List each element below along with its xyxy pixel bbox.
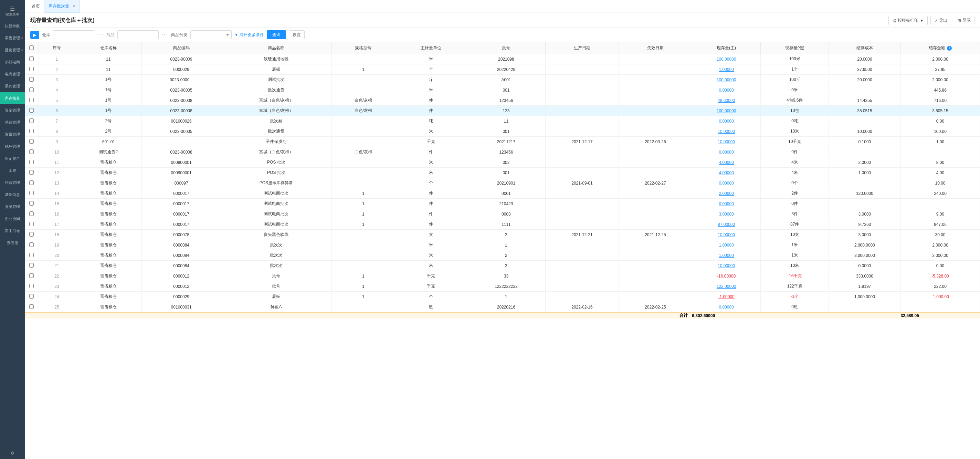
table-row[interactable]: 4 1号 0023-00005 批次通货 米 001 0.00000 0米 44… <box>25 85 980 96</box>
row-checkbox[interactable] <box>25 126 38 137</box>
expand-condition-button[interactable]: ▼ 展开更多条件 <box>234 32 264 38</box>
row-checkbox[interactable] <box>25 157 38 168</box>
table-row[interactable]: 6 1号 0023-00008 富城（白色/灰棉） 白色/灰棉 件 123 10… <box>25 106 980 116</box>
sidebar-item-cloud[interactable]: 云应用 <box>0 237 25 249</box>
row-checkbox[interactable] <box>25 271 38 281</box>
row-checkbox[interactable] <box>25 168 38 178</box>
row-qty-main[interactable]: 0.00000 <box>692 302 761 312</box>
table-row[interactable]: 19 晋省粮仓 0000084 批次次 米 1 1.00000 1米 2,000… <box>25 240 980 250</box>
table-row[interactable]: 23 晋省粮仓 0000012 批号 1 千克 1222222222 122.0… <box>25 281 980 292</box>
filter-toggle-button[interactable]: ▶ <box>30 31 39 39</box>
row-checkbox[interactable] <box>25 106 38 116</box>
row-checkbox[interactable] <box>25 96 38 106</box>
tab-close-button[interactable]: ✕ <box>72 4 75 8</box>
row-qty-main[interactable]: -16.00000 <box>692 271 761 281</box>
display-button[interactable]: ⊞ 显示 <box>954 16 975 25</box>
sidebar-item-wholesale[interactable]: 批发管理 ▼ <box>0 44 25 56</box>
sidebar-item-guide[interactable]: 新手引导 <box>0 225 25 237</box>
row-qty-main[interactable]: 10.00000 <box>692 126 761 137</box>
row-checkbox[interactable] <box>25 54 38 64</box>
sidebar-item-retail[interactable]: 零售管理 ▼ <box>0 32 25 44</box>
table-row[interactable]: 5 1号 0023-00008 富城（白色/灰棉） 白色/灰棉 件 123456… <box>25 96 980 106</box>
row-qty-main[interactable]: 100.00000 <box>692 75 761 85</box>
row-qty-main[interactable]: 0.00000 <box>692 178 761 188</box>
sidebar-item-purchase[interactable]: 采购管理 <box>0 80 25 92</box>
table-row[interactable]: 13 晋省粮仓 000097 POS显示库存异常 个 20210901 2021… <box>25 178 980 188</box>
row-checkbox[interactable] <box>25 188 38 199</box>
print-button[interactable]: 🖨 按模板打印 ▼ <box>888 16 928 25</box>
sidebar-item-inventory[interactable]: 库存核算 <box>0 92 25 104</box>
row-checkbox[interactable] <box>25 240 38 250</box>
row-checkbox[interactable] <box>25 302 38 312</box>
table-row[interactable]: 25 晋省粮仓 001000031 鲜鱼A 瓶 20220216 2022-02… <box>25 302 980 312</box>
sidebar-item-basic[interactable]: 基础信息 <box>0 189 25 201</box>
sidebar-item-invoice[interactable]: 发票管理 <box>0 128 25 140</box>
row-qty-main[interactable]: 0.00000 <box>692 199 761 209</box>
row-qty-main[interactable]: 2.00000 <box>692 188 761 199</box>
row-qty-main[interactable]: 100.00000 <box>692 54 761 64</box>
row-checkbox[interactable] <box>25 219 38 230</box>
row-qty-main[interactable]: 1.00000 <box>692 240 761 250</box>
goods-input[interactable] <box>118 30 159 39</box>
export-button[interactable]: ↗ 导出 <box>931 16 951 25</box>
table-row[interactable]: 21 晋省粮仓 0000084 批次次 米 3 10.00000 10米 0.0… <box>25 261 980 271</box>
table-row[interactable]: 14 晋省粮仓 0000017 测试电商批次 1 件 0001 2.00000 … <box>25 188 980 199</box>
row-qty-main[interactable]: 49.60000 <box>692 96 761 106</box>
row-checkbox[interactable] <box>25 292 38 302</box>
table-container[interactable]: 序号 仓库名称 商品编码 商品名称 规格型号 主计量单位 批号 生产日期 失效日… <box>25 42 980 459</box>
sidebar-item-labor[interactable]: 工资 <box>0 164 25 177</box>
table-row[interactable]: 9 A01-01 子件保质期 千克 20211217 2021-12-17 20… <box>25 137 980 147</box>
sidebar-item-summary[interactable]: 总账管理 <box>0 116 25 128</box>
table-row[interactable]: 8 2号 0023-00005 批次通货 米 001 10.00000 10米 … <box>25 126 980 137</box>
table-row[interactable]: 22 晋省粮仓 0000012 批号 1 千克 33 -16.00000 -16… <box>25 271 980 281</box>
select-all-checkbox[interactable] <box>29 45 34 50</box>
table-row[interactable]: 16 晋省粮仓 0000017 测试电商批次 1 件 0003 3.00000 … <box>25 209 980 219</box>
table-row[interactable]: 10 测试通货2 0023-00008 富城（白色/灰棉） 白色/灰棉 件 12… <box>25 147 980 157</box>
row-qty-main[interactable]: 3.00000 <box>692 209 761 219</box>
settings-button[interactable]: 设置 <box>289 30 305 39</box>
sidebar-item-ecom[interactable]: 电商管理 <box>0 68 25 80</box>
row-qty-main[interactable]: 0.00000 <box>692 85 761 96</box>
table-row[interactable]: 7 2号 001000026 批次厢 吨 11 0.00000 0吨 0.00 <box>25 116 980 126</box>
row-qty-main[interactable]: 4.00000 <box>692 168 761 178</box>
row-qty-main[interactable]: 1.00000 <box>692 64 761 75</box>
row-checkbox[interactable] <box>25 64 38 75</box>
row-checkbox[interactable] <box>25 116 38 126</box>
info-icon[interactable]: i <box>947 46 952 51</box>
row-checkbox[interactable] <box>25 209 38 219</box>
sidebar-item-operations[interactable]: 经营管理 <box>0 177 25 189</box>
row-qty-main[interactable]: 1.00000 <box>692 250 761 261</box>
row-checkbox[interactable] <box>25 137 38 147</box>
row-checkbox[interactable] <box>25 230 38 240</box>
sidebar-item-quick-nav[interactable]: 快捷导航 <box>0 20 25 32</box>
row-qty-main[interactable]: -1.00000 <box>692 292 761 302</box>
row-qty-main[interactable]: 10.00000 <box>692 261 761 271</box>
col-checkbox[interactable] <box>25 42 38 54</box>
row-qty-main[interactable]: 100.00000 <box>692 106 761 116</box>
table-row[interactable]: 3 1号 0023-0000... 测试批次 斤 A001 100.00000 … <box>25 75 980 85</box>
row-checkbox[interactable] <box>25 199 38 209</box>
row-checkbox[interactable] <box>25 250 38 261</box>
table-row[interactable]: 17 晋省粮仓 0000017 测试电商批次 1 件 1111 87.00000… <box>25 219 980 230</box>
table-row[interactable]: 15 晋省粮仓 0000017 测试电商批次 1 件 210423 0.0000… <box>25 199 980 209</box>
sidebar-item-finance[interactable]: 资金管理 <box>0 104 25 116</box>
table-row[interactable]: 2 11 0000029 展板 1 个 20220429 1.00000 1个 … <box>25 64 980 75</box>
sidebar-search[interactable]: ☰ 搜索菜单 <box>0 3 25 20</box>
tab-batch[interactable]: 库存批次量 ✕ <box>45 0 80 13</box>
row-checkbox[interactable] <box>25 75 38 85</box>
row-qty-main[interactable]: 0.00000 <box>692 116 761 126</box>
sidebar-settings-button[interactable]: ⚙ <box>0 447 25 459</box>
table-row[interactable]: 24 晋省粮仓 0000029 展板 1 个 1 -1.00000 -1个 1,… <box>25 292 980 302</box>
row-checkbox[interactable] <box>25 261 38 271</box>
sidebar-item-system[interactable]: 系统管理 <box>0 201 25 213</box>
row-qty-main[interactable]: 87.00000 <box>692 219 761 230</box>
sidebar-item-collab[interactable]: 企业协同 <box>0 213 25 225</box>
row-checkbox[interactable] <box>25 281 38 292</box>
row-qty-main[interactable]: 10.00000 <box>692 230 761 240</box>
table-row[interactable]: 12 晋省粮仓 000900001 POS 批次 米 001 4.00000 4… <box>25 168 980 178</box>
row-qty-main[interactable]: 0.00000 <box>692 147 761 157</box>
table-row[interactable]: 20 晋省粮仓 0000084 批次次 米 2 1.00000 1米 3,000… <box>25 250 980 261</box>
row-checkbox[interactable] <box>25 85 38 96</box>
table-row[interactable]: 11 晋省粮仓 000900001 POS 批次 米 002 4.00000 4… <box>25 157 980 168</box>
row-qty-main[interactable]: 4.00000 <box>692 157 761 168</box>
